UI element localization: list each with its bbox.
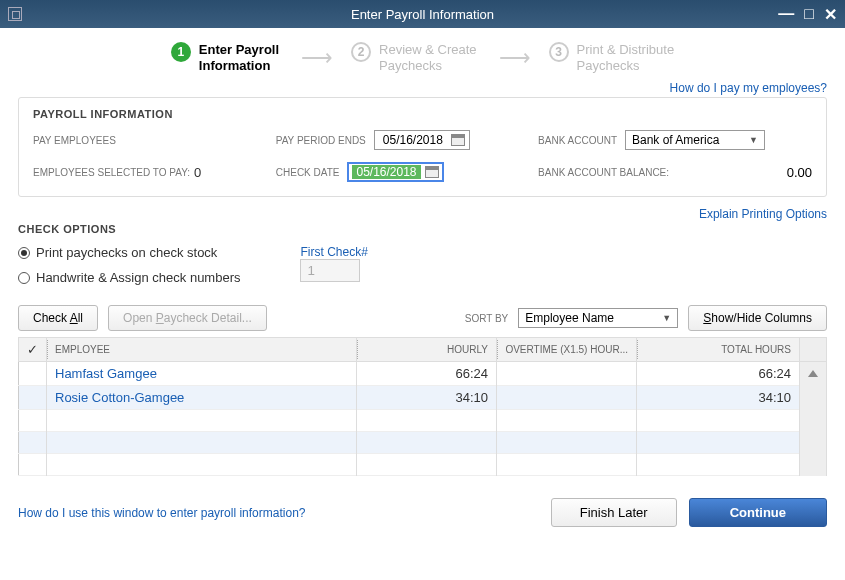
pay-period-ends-value: 05/16/2018 bbox=[379, 133, 447, 147]
total-cell: 66:24 bbox=[637, 362, 800, 386]
hourly-cell[interactable]: 66:24 bbox=[357, 362, 497, 386]
payroll-info-panel: PAYROLL INFORMATION PAY EMPLOYEES PAY PE… bbox=[18, 97, 827, 197]
check-date-input[interactable]: 05/16/2018 bbox=[347, 162, 443, 182]
step-1-label: Enter Payroll Information bbox=[199, 42, 279, 73]
table-row bbox=[19, 432, 827, 454]
overtime-cell[interactable] bbox=[497, 362, 637, 386]
calendar-icon[interactable] bbox=[451, 134, 465, 146]
radio-icon bbox=[18, 272, 30, 284]
payroll-info-title: PAYROLL INFORMATION bbox=[33, 108, 812, 120]
step-2-circle: 2 bbox=[351, 42, 371, 62]
step-1: 1 Enter Payroll Information bbox=[171, 42, 279, 73]
print-paychecks-radio[interactable]: Print paychecks on check stock bbox=[18, 245, 240, 260]
col-hourly[interactable]: HOURLY bbox=[357, 338, 497, 362]
pay-period-ends-input[interactable]: 05/16/2018 bbox=[374, 130, 470, 150]
continue-button[interactable]: Continue bbox=[689, 498, 827, 527]
check-options-title: CHECK OPTIONS bbox=[18, 223, 827, 235]
footer-help-link[interactable]: How do I use this window to enter payrol… bbox=[18, 506, 305, 520]
employee-name-link[interactable]: Rosie Cotton-Gamgee bbox=[47, 386, 357, 410]
selected-count: 0 bbox=[194, 165, 201, 180]
footer: How do I use this window to enter payrol… bbox=[0, 486, 845, 539]
table-toolbar: Check All Open Paycheck Detail... SORT B… bbox=[18, 305, 827, 331]
sort-by-select[interactable]: Employee Name ▼ bbox=[518, 308, 678, 328]
step-2: 2 Review & Create Paychecks bbox=[351, 42, 477, 73]
first-check-label: First Check# bbox=[300, 245, 367, 259]
scroll-up-button[interactable] bbox=[800, 362, 827, 386]
bank-account-select[interactable]: Bank of America ▼ bbox=[625, 130, 765, 150]
step-3-circle: 3 bbox=[549, 42, 569, 62]
titlebar: Enter Payroll Information — □ ✕ bbox=[0, 0, 845, 28]
col-overtime[interactable]: OVERTIME (X1.5) HOUR... bbox=[497, 338, 637, 362]
how-pay-link[interactable]: How do I pay my employees? bbox=[18, 81, 827, 95]
chevron-down-icon: ▼ bbox=[749, 135, 758, 145]
arrow-icon: ⟶ bbox=[499, 45, 527, 71]
first-check-input bbox=[300, 259, 360, 282]
open-paycheck-detail-button[interactable]: Open Paycheck Detail... bbox=[108, 305, 267, 331]
maximize-button[interactable]: □ bbox=[804, 5, 814, 24]
check-date-label: CHECK DATE bbox=[276, 167, 340, 178]
selected-label: EMPLOYEES SELECTED TO PAY: bbox=[33, 167, 190, 178]
row-checkbox[interactable] bbox=[19, 362, 47, 386]
sort-by-value: Employee Name bbox=[525, 311, 614, 325]
bank-account-label: BANK ACCOUNT bbox=[538, 135, 617, 146]
step-3: 3 Print & Distribute Paychecks bbox=[549, 42, 675, 73]
chevron-down-icon: ▼ bbox=[662, 313, 671, 323]
arrow-icon: ⟶ bbox=[301, 45, 329, 71]
total-cell: 34:10 bbox=[637, 386, 800, 410]
employee-table: ✓ EMPLOYEE HOURLY OVERTIME (X1.5) HOUR..… bbox=[18, 337, 827, 476]
employee-name-link[interactable]: Hamfast Gamgee bbox=[47, 362, 357, 386]
step-2-label: Review & Create Paychecks bbox=[379, 42, 477, 73]
hourly-cell[interactable]: 34:10 bbox=[357, 386, 497, 410]
step-3-label: Print & Distribute Paychecks bbox=[577, 42, 675, 73]
scroll-col bbox=[800, 338, 827, 362]
col-check[interactable]: ✓ bbox=[19, 338, 47, 362]
table-row bbox=[19, 410, 827, 432]
window-title: Enter Payroll Information bbox=[351, 7, 494, 22]
row-checkbox[interactable] bbox=[19, 386, 47, 410]
wizard-stepper: 1 Enter Payroll Information ⟶ 2 Review &… bbox=[18, 42, 827, 73]
balance-value: 0.00 bbox=[692, 165, 812, 180]
bank-account-value: Bank of America bbox=[632, 133, 719, 147]
step-1-circle: 1 bbox=[171, 42, 191, 62]
check-options-section: CHECK OPTIONS Print paychecks on check s… bbox=[18, 223, 827, 295]
finish-later-button[interactable]: Finish Later bbox=[551, 498, 677, 527]
col-employee[interactable]: EMPLOYEE bbox=[47, 338, 357, 362]
table-row bbox=[19, 454, 827, 476]
sort-by-label: SORT BY bbox=[465, 313, 509, 324]
balance-label: BANK ACCOUNT BALANCE: bbox=[538, 167, 669, 178]
handwrite-label: Handwrite & Assign check numbers bbox=[36, 270, 240, 285]
overtime-cell[interactable] bbox=[497, 386, 637, 410]
calendar-icon[interactable] bbox=[425, 166, 439, 178]
table-row[interactable]: Hamfast Gamgee 66:24 66:24 bbox=[19, 362, 827, 386]
handwrite-radio[interactable]: Handwrite & Assign check numbers bbox=[18, 270, 240, 285]
close-button[interactable]: ✕ bbox=[824, 5, 837, 24]
pay-employees-label: PAY EMPLOYEES bbox=[33, 135, 116, 146]
check-all-button[interactable]: Check All bbox=[18, 305, 98, 331]
show-hide-columns-button[interactable]: Show/Hide Columns bbox=[688, 305, 827, 331]
col-total[interactable]: TOTAL HOURS bbox=[637, 338, 800, 362]
radio-icon bbox=[18, 247, 30, 259]
pay-period-ends-label: PAY PERIOD ENDS bbox=[276, 135, 366, 146]
explain-printing-link[interactable]: Explain Printing Options bbox=[18, 207, 827, 221]
window-icon bbox=[8, 7, 22, 21]
check-date-value: 05/16/2018 bbox=[352, 165, 420, 179]
minimize-button[interactable]: — bbox=[778, 5, 794, 24]
print-paychecks-label: Print paychecks on check stock bbox=[36, 245, 217, 260]
table-row[interactable]: Rosie Cotton-Gamgee 34:10 34:10 bbox=[19, 386, 827, 410]
